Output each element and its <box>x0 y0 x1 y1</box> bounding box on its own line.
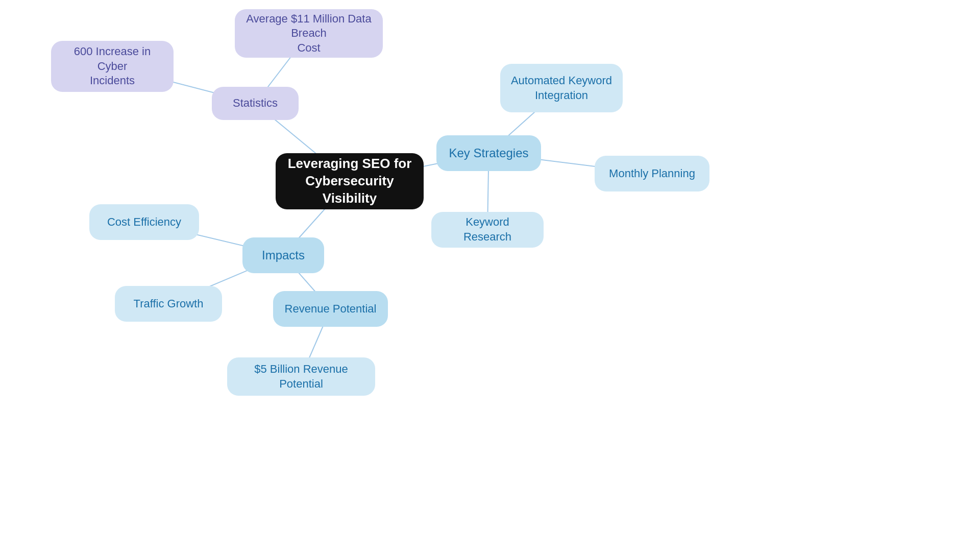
5b-revenue-node: $5 Billion Revenue Potential <box>227 357 375 396</box>
revenue-potential-node: Revenue Potential <box>273 291 388 327</box>
keyword-research-node: Keyword Research <box>431 212 544 248</box>
traffic-growth-node: Traffic Growth <box>115 286 222 322</box>
center-node: Leveraging SEO for Cybersecurity Visibil… <box>276 153 424 209</box>
cyber-incidents-node: 600 Increase in Cyber Incidents <box>51 41 174 92</box>
data-breach-node: Average $11 Million Data Breach Cost <box>235 9 383 58</box>
impacts-node: Impacts <box>242 237 324 273</box>
statistics-node: Statistics <box>212 87 299 120</box>
automated-keyword-node: Automated Keyword Integration <box>500 64 623 112</box>
monthly-planning-node: Monthly Planning <box>595 156 709 191</box>
key-strategies-node: Key Strategies <box>436 135 541 171</box>
cost-efficiency-node: Cost Efficiency <box>89 204 199 240</box>
